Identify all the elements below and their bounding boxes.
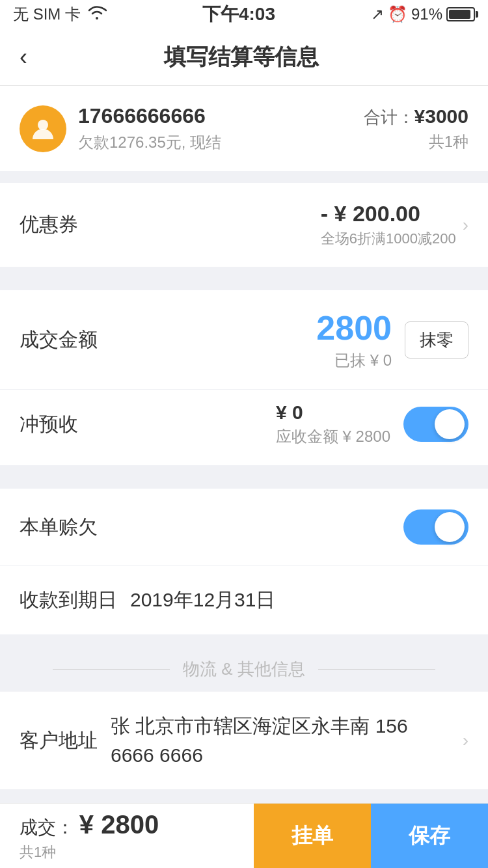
prepay-info: ¥ 0 应收金额 ¥ 2800 (276, 401, 390, 447)
customer-debt: 欠款1276.35元, 现结 (78, 132, 221, 153)
due-date-value: 2019年12月31日 (130, 587, 275, 614)
address-chevron-icon: › (463, 730, 468, 751)
address-row[interactable]: 客户地址 张 北京市市辖区海淀区永丰南 156 6666 6666 › (0, 692, 488, 789)
status-right: ↗ ⏰ 91% (371, 5, 475, 23)
hold-button[interactable]: 挂单 (254, 804, 371, 868)
bottom-summary: 成交： ¥ 2800 共1种 (0, 804, 254, 868)
total-label: 合计：¥3000 (364, 105, 468, 129)
status-time: 下午4:03 (202, 2, 275, 27)
amount-sub: 已抹 ¥ 0 (316, 350, 392, 371)
logistics-label: 物流 & 其他信息 (53, 658, 435, 681)
debt-row: 本单赊欠 (0, 489, 488, 565)
coupon-right: - ¥ 200.00 全场6折满1000减200 › (321, 201, 468, 249)
amount-row: 成交金额 2800 已抹 ¥ 0 抹零 (0, 290, 488, 389)
customer-left: 17666666666 欠款1276.35元, 现结 (20, 104, 221, 153)
debt-toggle[interactable] (403, 509, 468, 545)
nav-bar: ‹ 填写结算等信息 (0, 29, 488, 86)
back-button[interactable]: ‹ (20, 44, 40, 71)
section-divider-1 (0, 278, 488, 290)
svg-point-0 (38, 120, 48, 130)
prepay-label: 冲预收 (20, 411, 78, 438)
customer-card: 17666666666 欠款1276.35元, 现结 合计：¥3000 共1种 (0, 86, 488, 171)
address-label: 客户地址 (20, 727, 98, 754)
chevron-right-icon: › (463, 215, 468, 236)
logistics-divider: 物流 & 其他信息 (0, 646, 488, 692)
coupon-label: 优惠券 (20, 211, 78, 238)
coupon-row[interactable]: 优惠券 - ¥ 200.00 全场6折满1000减200 › (0, 183, 488, 267)
prepay-sub: 应收金额 ¥ 2800 (276, 426, 390, 447)
summary-label: 成交： (20, 817, 74, 837)
prepay-amount: ¥ 0 (276, 401, 390, 424)
transaction-section: 成交金额 2800 已抹 ¥ 0 抹零 冲预收 ¥ 0 应收金额 ¥ 2800 (0, 290, 488, 465)
coupon-info: - ¥ 200.00 全场6折满1000减200 (321, 201, 456, 249)
toggle-knob (435, 409, 465, 439)
prepay-right: ¥ 0 应收金额 ¥ 2800 (276, 401, 468, 447)
prepay-toggle[interactable] (403, 407, 468, 442)
status-bar: 无 SIM 卡 下午4:03 ↗ ⏰ 91% (0, 0, 488, 29)
section-divider-2 (0, 465, 488, 477)
battery-icon (446, 7, 475, 21)
amount-info: 2800 已抹 ¥ 0 (316, 308, 392, 371)
due-date-label: 收款到期日 (20, 587, 117, 614)
save-button[interactable]: 保存 (371, 804, 488, 868)
bottom-bar: 成交： ¥ 2800 共1种 挂单 保存 (0, 803, 488, 868)
sim-label: 无 SIM 卡 (13, 4, 81, 25)
debt-label: 本单赊欠 (20, 514, 98, 541)
summary-line: 成交： ¥ 2800 (20, 810, 234, 840)
debt-toggle-knob (435, 512, 465, 542)
amount-right: 2800 已抹 ¥ 0 抹零 (316, 308, 468, 371)
summary-amount: ¥ 2800 (79, 810, 159, 839)
transaction-amount: 2800 (316, 308, 392, 347)
customer-info: 17666666666 欠款1276.35元, 现结 (78, 104, 221, 153)
location-icon: ↗ (371, 5, 384, 23)
battery-percent: 91% (411, 5, 442, 23)
prepay-row: 冲预收 ¥ 0 应收金额 ¥ 2800 (0, 389, 488, 465)
alarm-icon: ⏰ (388, 5, 407, 23)
address-content: 张 北京市市辖区海淀区永丰南 156 6666 6666 (98, 711, 463, 770)
avatar (20, 105, 66, 152)
round-button[interactable]: 抹零 (405, 321, 468, 359)
status-left: 无 SIM 卡 (13, 4, 107, 25)
summary-count: 共1种 (20, 843, 234, 862)
page-title: 填写结算等信息 (40, 42, 442, 72)
customer-right: 合计：¥3000 共1种 (364, 105, 468, 152)
due-date-row: 收款到期日 2019年12月31日 (0, 565, 488, 634)
total-count: 共1种 (364, 131, 468, 152)
customer-phone: 17666666666 (78, 104, 221, 128)
transaction-label: 成交金额 (20, 327, 98, 353)
coupon-desc: 全场6折满1000减200 (321, 229, 456, 249)
wifi-icon (87, 5, 107, 23)
coupon-discount: - ¥ 200.00 (321, 201, 456, 226)
